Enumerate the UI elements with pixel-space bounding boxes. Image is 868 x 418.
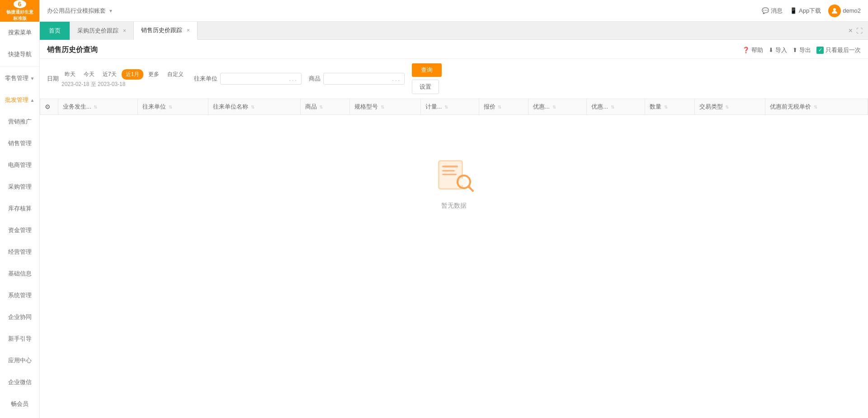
table-col-counterpart[interactable]: 往来单位 ⇅ bbox=[137, 99, 208, 115]
date-filter: 日期 昨天 今天 近7天 近1月 更多 自定义 2023-02-18 至 202… bbox=[47, 69, 187, 88]
table-col-counterpart-name[interactable]: 往来单位名称 ⇅ bbox=[208, 99, 300, 115]
table-col-trade-type[interactable]: 交易类型 ⇅ bbox=[694, 99, 765, 115]
app-logo[interactable]: 6 畅捷通好生意 标准版 bbox=[0, 0, 39, 22]
settings-button[interactable]: 设置 bbox=[412, 80, 439, 94]
sidebar-item-label: 销售管理 bbox=[8, 139, 32, 147]
date-filter-label: 日期 bbox=[47, 75, 59, 83]
app-download-label: App下载 bbox=[799, 7, 821, 15]
sidebar-item-label: 快捷导航 bbox=[8, 50, 32, 58]
sidebar-item-inventory[interactable]: 库存核算 bbox=[0, 198, 39, 219]
table-col-pre-tax-price[interactable]: 优惠前无税单价 ⇅ bbox=[765, 99, 868, 115]
date-btn-today[interactable]: 今天 bbox=[80, 69, 98, 80]
sidebar-item-vip-member[interactable]: 畅会员 bbox=[0, 393, 39, 415]
table-col-quote[interactable]: 报价 ⇅ bbox=[479, 99, 528, 115]
sort-icon: ⇅ bbox=[94, 104, 97, 109]
sidebar-item-finance-mgmt[interactable]: 资金管理 bbox=[0, 219, 39, 241]
sidebar-item-label: 营销推广 bbox=[8, 118, 32, 126]
only-last-label: 只看最后一次 bbox=[826, 46, 861, 54]
help-icon: ❓ bbox=[742, 47, 750, 53]
empty-illustration bbox=[431, 151, 476, 196]
filter-bar: 日期 昨天 今天 近7天 近1月 更多 自定义 2023-02-18 至 202… bbox=[40, 59, 868, 99]
tab-close-all-icon[interactable]: × bbox=[849, 27, 853, 35]
date-btn-1month[interactable]: 近1月 bbox=[122, 69, 144, 80]
sidebar-item-ecom-mgmt[interactable]: 电商管理 bbox=[0, 154, 39, 176]
svg-rect-3 bbox=[442, 166, 458, 167]
tab-purchase-history-close[interactable]: × bbox=[123, 28, 126, 34]
sidebar-item-label: 企业协同 bbox=[8, 313, 32, 321]
goods-input[interactable]: ... bbox=[323, 73, 405, 85]
sidebar-item-sys-mgmt[interactable]: 系统管理 bbox=[0, 285, 39, 306]
logo-text: 畅捷通好生意 bbox=[6, 9, 33, 15]
export-button[interactable]: ⬆ 导出 bbox=[793, 46, 811, 54]
svg-rect-5 bbox=[442, 174, 457, 175]
sort-icon: ⇅ bbox=[498, 104, 501, 109]
chevron-up-icon: ▲ bbox=[30, 98, 35, 103]
sidebar-item-ops-mgmt[interactable]: 经营管理 bbox=[0, 241, 39, 263]
counterpart-input[interactable]: ... bbox=[220, 73, 302, 85]
sidebar-item-label: 新手引导 bbox=[8, 335, 32, 343]
table-col-quantity[interactable]: 数量 ⇅ bbox=[645, 99, 694, 115]
sidebar-item-quick-nav[interactable]: 快捷导航 bbox=[0, 43, 39, 65]
sidebar-item-search-menu[interactable]: 搜索菜单 bbox=[0, 22, 39, 43]
tab-expand-icon[interactable]: ⛶ bbox=[856, 27, 863, 34]
sort-icon: ⇅ bbox=[611, 104, 614, 109]
only-last-checkbox[interactable]: 只看最后一次 bbox=[816, 46, 861, 54]
table-col-spec[interactable]: 规格型号 ⇅ bbox=[350, 99, 420, 115]
sort-icon: ⇅ bbox=[444, 104, 448, 109]
tab-home-label: 首页 bbox=[49, 27, 61, 35]
date-btn-more[interactable]: 更多 bbox=[145, 69, 162, 80]
help-button[interactable]: ❓ 帮助 bbox=[742, 46, 763, 54]
search-button[interactable]: 查询 bbox=[412, 63, 442, 77]
table-col-discount1[interactable]: 优惠... ⇅ bbox=[528, 99, 587, 115]
table-col-discount2[interactable]: 优惠... ⇅ bbox=[587, 99, 645, 115]
sidebar-item-enterprise-collab[interactable]: 企业协同 bbox=[0, 306, 39, 328]
message-label: 消息 bbox=[771, 7, 783, 15]
checkbox-icon bbox=[816, 47, 824, 54]
tab-purchase-history[interactable]: 采购历史价跟踪 × bbox=[70, 22, 134, 40]
sidebar-item-label: 资金管理 bbox=[8, 226, 32, 234]
table-col-counterpart-name-label: 往来单位名称 bbox=[213, 103, 248, 110]
user-menu[interactable]: demo2 bbox=[828, 5, 861, 17]
sidebar-item-enterprise-wechat[interactable]: 企业微信 bbox=[0, 371, 39, 393]
date-btn-custom[interactable]: 自定义 bbox=[164, 69, 187, 80]
message-button[interactable]: 💬 消息 bbox=[762, 7, 783, 15]
sidebar-item-app-center[interactable]: 应用中心 bbox=[0, 350, 39, 371]
settings-gear-icon[interactable]: ⚙ bbox=[45, 103, 51, 110]
table-col-goods-label: 商品 bbox=[305, 103, 317, 110]
table-col-discount2-label: 优惠... bbox=[591, 103, 608, 110]
import-button[interactable]: ⬇ 导入 bbox=[769, 46, 787, 54]
date-btn-yesterday[interactable]: 昨天 bbox=[61, 69, 79, 80]
sidebar-item-wholesale-mgmt[interactable]: 批发管理 ▲ bbox=[0, 89, 39, 111]
sidebar-item-sales-promo[interactable]: 营销推广 bbox=[0, 111, 39, 133]
date-btn-7days[interactable]: 近7天 bbox=[99, 69, 120, 80]
table-col-goods[interactable]: 商品 ⇅ bbox=[300, 99, 349, 115]
table-col-unit[interactable]: 计量... ⇅ bbox=[420, 99, 479, 115]
topbar: 办公用品行业模拟账套 ▾ 💬 消息 📱 App下载 demo2 bbox=[40, 0, 868, 22]
table-col-biz-date[interactable]: 业务发生... ⇅ bbox=[58, 99, 138, 115]
table-col-trade-type-label: 交易类型 bbox=[699, 103, 723, 110]
data-table: ⚙ 业务发生... ⇅ 往来单位 ⇅ 往来单位名称 ⇅ bbox=[40, 99, 868, 246]
tab-sales-history-close[interactable]: × bbox=[187, 27, 190, 33]
sidebar-item-purchase-mgmt[interactable]: 采购管理 bbox=[0, 176, 39, 198]
sidebar-item-label: 库存核算 bbox=[8, 204, 32, 213]
topbar-dropdown-icon[interactable]: ▾ bbox=[109, 8, 112, 14]
table-col-counterpart-label: 往来单位 bbox=[142, 103, 166, 110]
sidebar-item-retail-mgmt[interactable]: 零售管理 ▼ bbox=[0, 67, 39, 89]
sidebar-item-label: 企业微信 bbox=[8, 378, 32, 386]
date-buttons: 昨天 今天 近7天 近1月 更多 自定义 bbox=[61, 69, 187, 80]
date-range-display: 2023-02-18 至 2023-03-18 bbox=[61, 81, 187, 88]
table-col-biz-date-label: 业务发生... bbox=[63, 103, 91, 110]
topbar-right: 💬 消息 📱 App下载 demo2 bbox=[762, 5, 861, 17]
table-col-spec-label: 规格型号 bbox=[354, 103, 378, 110]
sidebar-item-label: 采购管理 bbox=[8, 183, 32, 191]
tabs-bar: 首页 采购历史价跟踪 × 销售历史价跟踪 × × ⛶ bbox=[40, 22, 868, 40]
tab-home[interactable]: 首页 bbox=[40, 22, 70, 40]
sidebar-item-new-guide[interactable]: 新手引导 bbox=[0, 328, 39, 350]
app-download-button[interactable]: 📱 App下载 bbox=[790, 7, 821, 15]
sort-icon: ⇅ bbox=[319, 104, 323, 109]
sidebar-item-basic-info[interactable]: 基础信息 bbox=[0, 263, 39, 285]
sidebar-item-sales-mgmt[interactable]: 销售管理 bbox=[0, 133, 39, 154]
sort-icon: ⇅ bbox=[725, 104, 729, 109]
sidebar-item-label: 批发管理 bbox=[5, 96, 28, 104]
tab-sales-history[interactable]: 销售历史价跟踪 × bbox=[134, 22, 198, 40]
